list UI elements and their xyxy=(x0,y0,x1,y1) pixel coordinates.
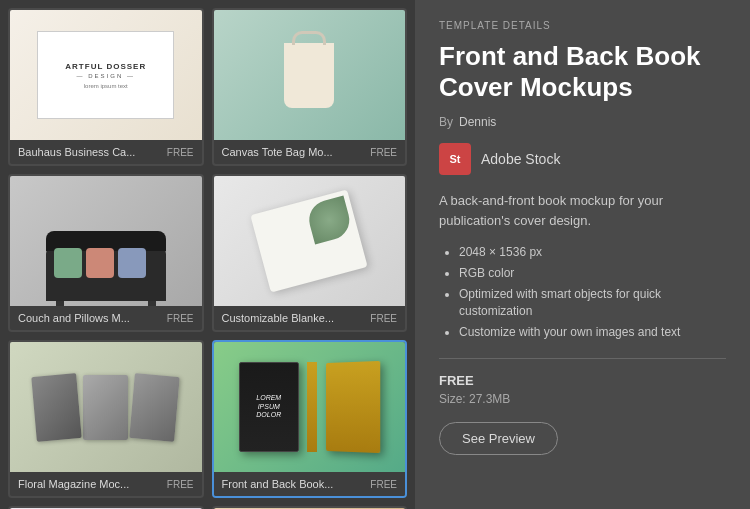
card-tote-image xyxy=(214,10,406,140)
card-couch[interactable]: Couch and Pillows M... FREE xyxy=(8,174,204,332)
template-description: A back-and-front book mockup for your pu… xyxy=(439,191,726,230)
card-magazine-footer: Floral Magazine Moc... FREE xyxy=(10,472,202,496)
see-preview-button[interactable]: See Preview xyxy=(439,422,558,455)
author-row: By Dennis xyxy=(439,115,726,129)
author-name: Dennis xyxy=(459,115,496,129)
feature-0: 2048 × 1536 px xyxy=(459,244,726,261)
card-book-badge: FREE xyxy=(370,479,397,490)
card-blanket-badge: FREE xyxy=(370,313,397,324)
template-title: Front and Back Book Cover Mockups xyxy=(439,41,726,103)
card-blanket-title: Customizable Blanke... xyxy=(222,312,335,324)
provider-name: Adobe Stock xyxy=(481,151,560,167)
card-magazine-title: Floral Magazine Moc... xyxy=(18,478,129,490)
card-magazine[interactable]: Floral Magazine Moc... FREE xyxy=(8,340,204,498)
card-couch-image xyxy=(10,176,202,306)
card-blanket-image xyxy=(214,176,406,306)
card-book-footer: Front and Back Book... FREE xyxy=(214,472,406,496)
card-bauhaus-image: ARTFUL DOSSER — DESIGN — lorem ipsum tex… xyxy=(10,10,202,140)
card-couch-badge: FREE xyxy=(167,313,194,324)
book-spine xyxy=(307,362,317,452)
card-book-image: LOREMIPSUMDOLOR xyxy=(214,342,406,472)
card-tote-title: Canvas Tote Bag Mo... xyxy=(222,146,333,158)
divider xyxy=(439,358,726,359)
template-details-panel: TEMPLATE DETAILS Front and Back Book Cov… xyxy=(415,0,750,509)
price-label: FREE xyxy=(439,373,726,388)
features-list: 2048 × 1536 px RGB color Optimized with … xyxy=(439,244,726,340)
card-bauhaus-title: Bauhaus Business Ca... xyxy=(18,146,135,158)
size-label: Size: 27.3MB xyxy=(439,392,726,406)
feature-1: RGB color xyxy=(459,265,726,282)
card-bauhaus-badge: FREE xyxy=(167,147,194,158)
card-couch-title: Couch and Pillows M... xyxy=(18,312,130,324)
card-tote[interactable]: Canvas Tote Bag Mo... FREE xyxy=(212,8,408,166)
template-grid: ARTFUL DOSSER — DESIGN — lorem ipsum tex… xyxy=(8,8,407,509)
card-bauhaus[interactable]: ARTFUL DOSSER — DESIGN — lorem ipsum tex… xyxy=(8,8,204,166)
card-blanket[interactable]: Customizable Blanke... FREE xyxy=(212,174,408,332)
feature-2: Optimized with smart objects for quick c… xyxy=(459,286,726,320)
card-bauhaus-footer: Bauhaus Business Ca... FREE xyxy=(10,140,202,164)
template-grid-panel[interactable]: ARTFUL DOSSER — DESIGN — lorem ipsum tex… xyxy=(0,0,415,509)
card-tote-badge: FREE xyxy=(370,147,397,158)
card-magazine-badge: FREE xyxy=(167,479,194,490)
card-tote-footer: Canvas Tote Bag Mo... FREE xyxy=(214,140,406,164)
feature-3: Customize with your own images and text xyxy=(459,324,726,341)
card-book-title: Front and Back Book... xyxy=(222,478,334,490)
book-back xyxy=(326,361,380,453)
author-by-label: By xyxy=(439,115,453,129)
card-couch-footer: Couch and Pillows M... FREE xyxy=(10,306,202,330)
section-label: TEMPLATE DETAILS xyxy=(439,20,726,31)
card-book[interactable]: LOREMIPSUMDOLOR Front and Back Book... F… xyxy=(212,340,408,498)
provider-logo: St xyxy=(439,143,471,175)
card-blanket-footer: Customizable Blanke... FREE xyxy=(214,306,406,330)
provider-row: St Adobe Stock xyxy=(439,143,726,175)
card-magazine-image xyxy=(10,342,202,472)
